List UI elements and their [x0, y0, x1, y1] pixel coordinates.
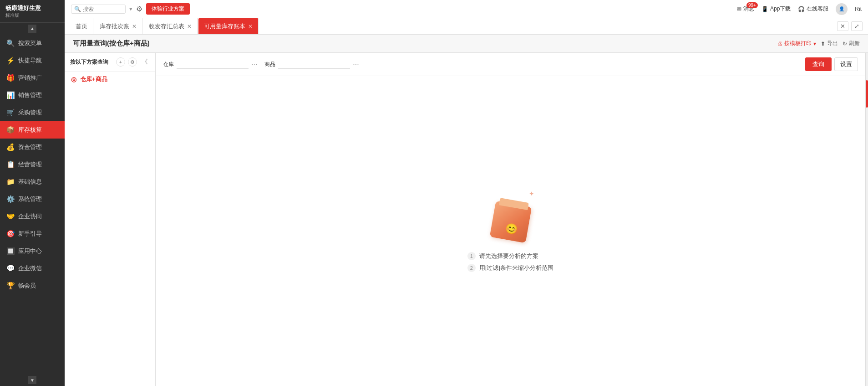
sidebar-item-finance[interactable]: 💰 资金管理 [0, 139, 65, 156]
sidebar-item-label: 应用中心 [18, 247, 42, 255]
sidebar-item-shortcut[interactable]: ⚡ 快捷导航 [0, 52, 65, 69]
tab-close-all-button[interactable]: ✕ [837, 21, 848, 31]
page-header: 可用量查询(按仓库+商品) 🖨 按模板打印 ▾ ⬆ 导出 ↻ 刷新 [65, 35, 868, 53]
filter-actions: 查询 设置 [805, 57, 858, 71]
warehouse-filter-input[interactable] [177, 60, 249, 69]
scheme-item-label: 仓库+商品 [80, 75, 107, 83]
tab-batch[interactable]: 库存批次账 ✕ [94, 18, 142, 34]
gear-settings-icon[interactable]: ⚙ [136, 5, 142, 13]
sidebar-item-sales[interactable]: 📊 销售管理 [0, 87, 65, 104]
column-settings-button[interactable]: 设置 [834, 57, 858, 71]
tab-available[interactable]: 可用量库存账本 ✕ [198, 18, 259, 34]
tab-expand-button[interactable]: ⤢ [851, 21, 863, 31]
sidebar-item-label: 库存核算 [18, 126, 42, 134]
sidebar-item-enterprise[interactable]: 🤝 企业协同 [0, 208, 65, 225]
sidebar-scroll-controls: ▲ [0, 23, 65, 35]
refresh-button[interactable]: ↻ 刷新 [843, 40, 860, 47]
topbar-search-box[interactable]: 🔍 [71, 5, 126, 14]
sidebar-scroll-controls-bottom: ▼ [0, 374, 65, 386]
sidebar-item-newbie[interactable]: 🎯 新手引导 [0, 225, 65, 242]
sidebar-item-system[interactable]: ⚙️ 系统管理 [0, 190, 65, 208]
tab-available-label: 可用量库存账本 [204, 22, 245, 31]
sidebar-item-apps[interactable]: 🔲 应用中心 [0, 242, 65, 260]
sidebar-item-label: 畅会员 [18, 282, 36, 290]
sidebar-item-label: 资金管理 [18, 143, 42, 151]
sidebar-item-purchase[interactable]: 🛒 采购管理 [0, 104, 65, 121]
topbar-search-input[interactable] [83, 6, 119, 12]
empty-hint-2-text: 用[过滤]条件来缩小分析范围 [479, 264, 553, 272]
phone-icon: 📱 [761, 6, 768, 12]
sidebar-item-inventory[interactable]: 📦 库存核算 [0, 121, 65, 139]
tabs-bar: 首页 库存批次账 ✕ 收发存汇总表 ✕ 可用量库存账本 ✕ ✕ ⤢ [65, 18, 868, 35]
online-service-button[interactable]: 🎧 在线客服 [798, 5, 828, 13]
scheme-item-warehouse-goods[interactable]: ◎ 仓库+商品 [65, 72, 155, 87]
sidebar-item-weixin[interactable]: 💬 企业微信 [0, 260, 65, 277]
sidebar-header: 畅康通好生意 标准版 [0, 0, 65, 23]
message-icon: ✉ [737, 6, 741, 12]
tab-summary[interactable]: 收发存汇总表 ✕ [143, 18, 198, 34]
gear-icon: ⚙️ [6, 195, 15, 203]
tab-home-label: 首页 [76, 22, 87, 31]
left-panel-title: 按以下方案查询 [70, 58, 113, 66]
goods-filter-input[interactable] [278, 60, 350, 69]
tab-summary-label: 收发存汇总表 [149, 22, 184, 31]
print-chevron-icon: ▾ [813, 41, 816, 47]
sidebar-scroll: 🔍 搜索菜单 ⚡ 快捷导航 🎁 营销推广 📊 销售管理 🛒 采购管理 📦 库存核… [0, 35, 65, 374]
printer-icon: 🖨 [777, 41, 782, 47]
trial-button[interactable]: 体验行业方案 [146, 3, 190, 15]
sidebar-item-label: 基础信息 [18, 178, 42, 186]
main-content: 🔍 ▾ ⚙ 体验行业方案 ✉ 消息 99+ 📱 App下载 🎧 在线客服 👤 R… [65, 0, 868, 386]
app-download-button[interactable]: 📱 App下载 [761, 5, 791, 13]
export-button[interactable]: ⬆ 导出 [821, 40, 838, 47]
sidebar-scroll-down[interactable]: ▼ [28, 376, 36, 384]
chart-icon: 📊 [6, 91, 15, 99]
clipboard-icon: 📋 [6, 160, 15, 169]
tab-available-close-icon[interactable]: ✕ [248, 23, 253, 30]
query-button[interactable]: 查询 [805, 57, 832, 71]
left-panel-header: 按以下方案查询 + ⚙ 《 [65, 53, 155, 72]
message-button[interactable]: ✉ 消息 99+ [737, 5, 754, 13]
settings-scheme-button[interactable]: ⚙ [128, 57, 137, 67]
page-header-actions: 🖨 按模板打印 ▾ ⬆ 导出 ↻ 刷新 [777, 40, 860, 47]
topbar: 🔍 ▾ ⚙ 体验行业方案 ✉ 消息 99+ 📱 App下载 🎧 在线客服 👤 R… [65, 0, 868, 18]
tab-batch-label: 库存批次账 [100, 22, 129, 31]
sidebar-scroll-up[interactable]: ▲ [28, 25, 36, 33]
collapse-left-panel-icon[interactable]: 《 [140, 58, 150, 66]
search-icon: 🔍 [74, 6, 81, 12]
sidebar: 畅康通好生意 标准版 ▲ 🔍 搜索菜单 ⚡ 快捷导航 🎁 营销推广 📊 销售管理… [0, 0, 65, 386]
lightning-icon: ⚡ [6, 57, 15, 65]
avatar[interactable]: 👤 [836, 3, 848, 15]
warehouse-filter-group: 仓库 ··· [163, 60, 257, 69]
sidebar-item-search[interactable]: 🔍 搜索菜单 [0, 35, 65, 52]
handshake-icon: 🤝 [6, 212, 15, 221]
refresh-label: 刷新 [849, 40, 860, 47]
scrollbar-thumb[interactable] [866, 80, 868, 108]
tab-summary-close-icon[interactable]: ✕ [187, 23, 192, 30]
cart-icon: 🛒 [6, 108, 15, 117]
sidebar-item-basic[interactable]: 📁 基础信息 [0, 173, 65, 190]
sidebar-item-operations[interactable]: 📋 经营管理 [0, 156, 65, 173]
username: Rit [855, 6, 862, 12]
sidebar-item-label: 系统管理 [18, 195, 42, 203]
empty-hint-2: 2 用[过滤]条件来缩小分析范围 [467, 264, 553, 272]
tab-batch-close-icon[interactable]: ✕ [132, 23, 137, 30]
goods-filter-more-icon[interactable]: ··· [353, 60, 359, 68]
box-icon: 📦 [6, 126, 15, 134]
print-button[interactable]: 🖨 按模板打印 ▾ [777, 40, 816, 47]
sidebar-item-marketing[interactable]: 🎁 营销推广 [0, 69, 65, 87]
refresh-icon: ↻ [843, 41, 847, 47]
sidebar-item-label: 新手引导 [18, 230, 42, 238]
add-scheme-button[interactable]: + [116, 57, 125, 67]
tab-home[interactable]: 首页 [70, 18, 93, 34]
empty-sparkle-graphic: ✦ [529, 190, 534, 197]
warehouse-filter-more-icon[interactable]: ··· [251, 60, 257, 68]
headset-icon: 🎧 [798, 6, 805, 12]
money-icon: 💰 [6, 143, 15, 151]
chat-icon: 💬 [6, 264, 15, 273]
brand-sub: 标准版 [5, 12, 59, 19]
topbar-chevron-down-icon[interactable]: ▾ [129, 5, 132, 12]
empty-hints: 1 请先选择要分析的方案 2 用[过滤]条件来缩小分析范围 [467, 252, 553, 272]
sidebar-item-label: 营销推广 [18, 74, 42, 82]
print-label: 按模板打印 [784, 40, 812, 47]
sidebar-item-member[interactable]: 🏆 畅会员 [0, 277, 65, 294]
